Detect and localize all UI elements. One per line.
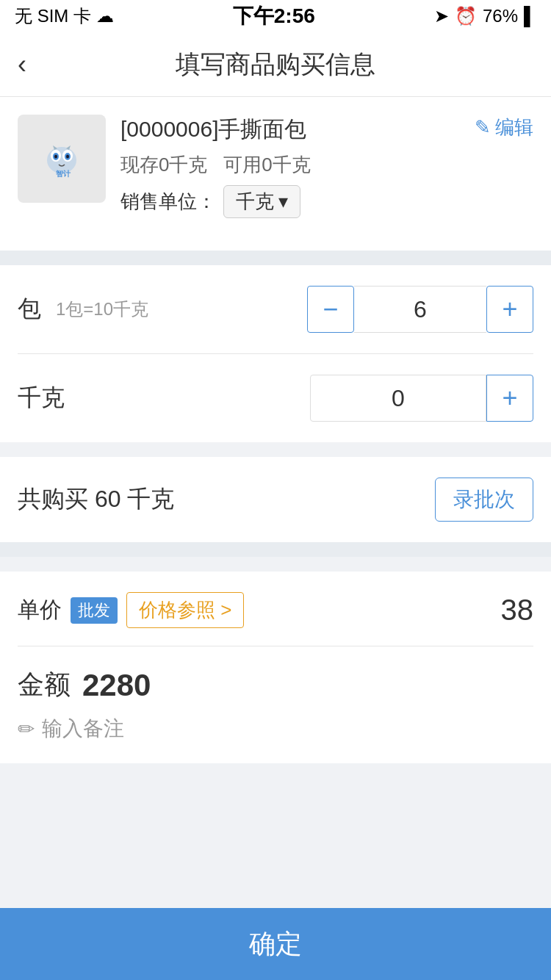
empty-area xyxy=(0,763,551,910)
summary-text: 共购买 60 千克 xyxy=(18,483,174,516)
kg-input-row: 千克 + xyxy=(18,354,533,442)
sim-status: 无 SIM 卡 ☁ xyxy=(15,4,114,28)
page-title: 填写商品购买信息 xyxy=(176,48,375,82)
back-button[interactable]: ‹ xyxy=(18,49,26,80)
product-image: 智计 xyxy=(18,115,106,203)
product-name: [0000006]手撕面包 xyxy=(120,115,533,145)
amount-row: 金额 2280 xyxy=(18,667,533,703)
price-row: 单价 批发 价格参照 > 38 xyxy=(18,592,533,646)
status-right: ➤ ⏰ 76% ▌ xyxy=(434,6,536,26)
unit-selector[interactable]: 千克 ▾ xyxy=(223,185,300,218)
pencil-icon: ✏ xyxy=(18,717,35,741)
dropdown-icon: ▾ xyxy=(278,190,288,213)
product-unit: 销售单位： 千克 ▾ xyxy=(120,185,533,218)
price-reference-button[interactable]: 价格参照 > xyxy=(126,592,244,628)
price-label: 单价 批发 价格参照 > xyxy=(18,592,244,628)
kg-label: 千克 xyxy=(18,382,65,414)
status-time: 下午2:56 xyxy=(233,2,315,30)
confirm-button[interactable]: 确定 xyxy=(0,908,551,980)
alarm-icon: ⏰ xyxy=(455,6,477,26)
status-left: 无 SIM 卡 ☁ xyxy=(15,4,114,28)
remark-input[interactable]: 输入备注 xyxy=(42,715,124,743)
remark-row[interactable]: ✏ 输入备注 xyxy=(18,715,533,743)
battery-status: 76% xyxy=(483,6,518,26)
quantity-input-section: 包 1包=10千克 − + 千克 + xyxy=(0,265,551,442)
batch-tag: 批发 xyxy=(71,597,118,624)
product-logo-icon: 智计 xyxy=(40,137,84,181)
section-divider xyxy=(0,251,551,265)
svg-point-6 xyxy=(66,155,69,159)
status-bar: 无 SIM 卡 ☁ 下午2:56 ➤ ⏰ 76% ▌ xyxy=(0,0,551,32)
product-stock: 现存0千克 可用0千克 xyxy=(120,152,533,178)
location-icon: ➤ xyxy=(434,6,449,26)
price-value: 38 xyxy=(501,594,534,627)
section-divider-2 xyxy=(0,542,551,557)
bao-increment-button[interactable]: + xyxy=(486,286,533,333)
bao-label: 包 1包=10千克 xyxy=(18,293,148,325)
bao-qty-control: − + xyxy=(307,286,533,333)
product-info: [0000006]手撕面包 现存0千克 可用0千克 销售单位： 千克 ▾ xyxy=(120,115,533,218)
kg-increment-button[interactable]: + xyxy=(486,375,533,422)
amount-value: 2280 xyxy=(82,668,151,703)
edit-button[interactable]: ✎ 编辑 xyxy=(475,115,533,140)
svg-point-5 xyxy=(54,155,57,159)
price-section: 单价 批发 价格参照 > 38 xyxy=(0,572,551,646)
bao-quantity-input[interactable] xyxy=(354,286,486,333)
kg-quantity-input[interactable] xyxy=(310,375,486,422)
svg-text:智计: 智计 xyxy=(55,170,71,178)
summary-section: 共购买 60 千克 录批次 xyxy=(0,457,551,542)
bao-input-row: 包 1包=10千克 − + xyxy=(18,265,533,354)
bao-hint: 1包=10千克 xyxy=(56,298,148,321)
nav-bar: ‹ 填写商品购买信息 xyxy=(0,32,551,97)
amount-section: 金额 2280 ✏ 输入备注 xyxy=(0,646,551,763)
kg-qty-control: + xyxy=(310,375,533,422)
edit-icon: ✎ xyxy=(475,116,491,139)
batch-button[interactable]: 录批次 xyxy=(435,478,533,522)
bao-decrement-button[interactable]: − xyxy=(307,286,354,333)
battery-icon: ▌ xyxy=(524,6,536,26)
product-section: 智计 [0000006]手撕面包 现存0千克 可用0千克 销售单位： 千克 ▾ … xyxy=(0,97,551,236)
